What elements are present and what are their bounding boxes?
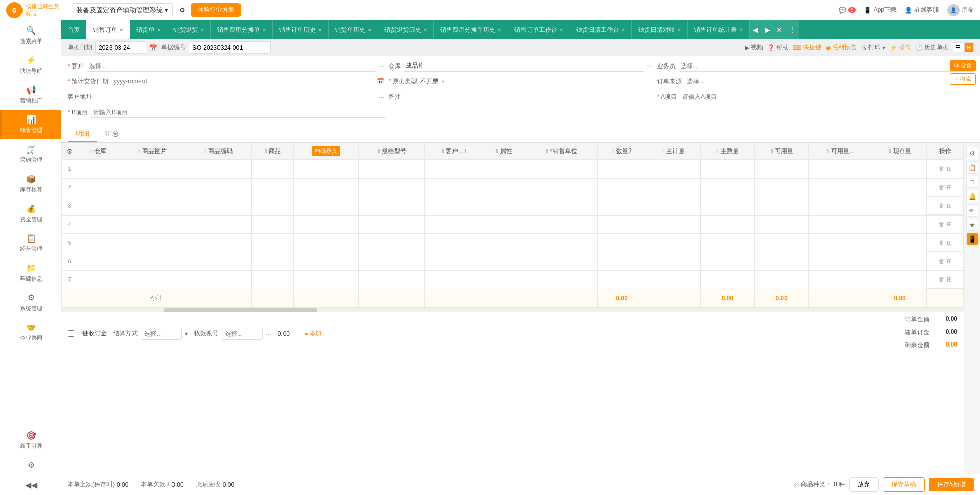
tab-summary[interactable]: 汇总	[97, 126, 127, 142]
th-product-code[interactable]: ⇅商品编码	[185, 143, 251, 160]
sidebar-item-sales[interactable]: 📊 销售管理	[0, 110, 61, 139]
settings-gear[interactable]: ⚙	[177, 4, 187, 16]
row-code-5[interactable]	[185, 233, 251, 252]
online-support-btn[interactable]: 👤 在线客服	[905, 6, 939, 14]
row-unit-5[interactable]	[525, 233, 597, 252]
row-mainqty-6[interactable]	[701, 252, 755, 270]
shortcut-btn[interactable]: ⌨ 快捷键	[793, 43, 821, 52]
tab-close-icon[interactable]: ✕	[739, 27, 743, 33]
print-btn[interactable]: 🖨 打印 ▾	[861, 43, 885, 52]
tab-sales-stats[interactable]: 销售订单统计表 ✕	[688, 20, 750, 39]
settlement-input[interactable]	[141, 328, 182, 340]
row-avail-5[interactable]	[754, 233, 809, 252]
row-avail2-2[interactable]	[809, 178, 873, 197]
tab-home[interactable]: 首页	[61, 20, 86, 39]
form-logistics-btn[interactable]: + 物流	[950, 73, 976, 85]
date-input[interactable]	[95, 41, 146, 54]
tab-close-icon[interactable]: ✕	[367, 27, 372, 33]
form-settings-btn[interactable]: ⚙ 设置	[950, 60, 976, 71]
delivery-input[interactable]	[112, 76, 374, 87]
row-warehouse-3[interactable]	[77, 197, 119, 215]
operation-btn[interactable]: ⚡ 操作	[889, 43, 911, 52]
row-qty2-4[interactable]	[598, 215, 646, 233]
help-btn[interactable]: ❓ 帮助	[767, 43, 789, 52]
remark-input[interactable]	[404, 91, 652, 102]
scan-btn[interactable]: 扫码录入	[312, 146, 340, 156]
rp-btn-3[interactable]: □	[966, 176, 978, 188]
row-attr-7[interactable]	[483, 270, 525, 289]
notification-btn[interactable]: 💬 9	[839, 7, 856, 14]
delete-icon-4[interactable]: 🗑	[939, 221, 945, 228]
row-product-5[interactable]	[251, 233, 293, 252]
rp-btn-5[interactable]: ✏	[966, 204, 978, 217]
tab-detail[interactable]: 明细	[68, 126, 97, 142]
th-sales-unit[interactable]: ⇅*销售单位	[525, 143, 597, 160]
rp-btn-1[interactable]: ⚙	[966, 147, 978, 159]
th-available2[interactable]: ⇅可用量...	[809, 143, 873, 160]
row-image-7[interactable]	[119, 270, 185, 289]
tab-workbench[interactable]: 销售订单工作台 ✕	[508, 20, 570, 39]
th-attributes[interactable]: ⇅属性	[483, 143, 525, 160]
sidebar-item-search[interactable]: 🔍 搜索菜单	[0, 20, 61, 50]
row-warehouse-4[interactable]	[77, 215, 119, 233]
row-code-2[interactable]	[185, 178, 251, 197]
th-settings[interactable]: ⚙	[62, 143, 77, 160]
row-product-4[interactable]	[251, 215, 293, 233]
a-project-input[interactable]	[680, 91, 974, 102]
row-qty2-7[interactable]	[598, 270, 646, 289]
row-spec-4[interactable]	[358, 215, 424, 233]
row-spec-5[interactable]	[358, 233, 424, 252]
tab-close-icon[interactable]: ✕	[423, 27, 427, 33]
scroll-thumb[interactable]	[164, 308, 317, 312]
sidebar-item-purchase[interactable]: 🛒 采购管理	[0, 139, 61, 169]
sidebar-item-system[interactable]: ⚙ 系统管理	[0, 288, 61, 317]
sidebar-item-basic-info[interactable]: 📁 基础信息	[0, 258, 61, 288]
row-spec-1[interactable]	[358, 160, 424, 179]
row-stock-1[interactable]	[873, 160, 927, 179]
row-image-3[interactable]	[119, 197, 185, 215]
save-new-btn[interactable]: 保存&新增	[929, 478, 974, 491]
row-custcode-7[interactable]	[425, 270, 483, 289]
customer-input[interactable]	[87, 60, 376, 72]
sidebar-item-finance[interactable]: 💰 资金管理	[0, 199, 61, 228]
sidebar-item-guide[interactable]: 🎯 新手引导	[0, 425, 61, 455]
copy-icon-1[interactable]: ⊞	[947, 165, 952, 173]
row-mainqty-7[interactable]	[701, 270, 755, 289]
row-warehouse-1[interactable]	[77, 160, 119, 179]
row-avail-4[interactable]	[754, 215, 809, 233]
rp-btn-2[interactable]: 📋	[966, 161, 978, 174]
sidebar-item-marketing[interactable]: 📢 营销推广	[0, 80, 61, 110]
row-avail2-1[interactable]	[809, 160, 873, 179]
list-view-btn[interactable]: ☰	[953, 42, 963, 52]
delete-icon-1[interactable]: 🗑	[939, 165, 945, 173]
b-project-input[interactable]	[91, 106, 386, 118]
solution-btn[interactable]: 体验行业方案	[191, 3, 241, 17]
row-custcode-4[interactable]	[425, 215, 483, 233]
row-code-3[interactable]	[185, 197, 251, 215]
th-product[interactable]: ⇅商品	[251, 143, 293, 160]
copy-icon-4[interactable]: ⊞	[947, 221, 952, 228]
row-attr-6[interactable]	[483, 252, 525, 270]
app-download-btn[interactable]: 📱 App下载	[864, 6, 897, 14]
rp-btn-4[interactable]: 🔔	[966, 190, 978, 202]
row-custcode-5[interactable]	[425, 233, 483, 252]
delete-icon-7[interactable]: 🗑	[939, 276, 945, 283]
row-unit-7[interactable]	[525, 270, 597, 289]
row-image-4[interactable]	[119, 215, 185, 233]
payment-checkbox[interactable]	[68, 330, 74, 337]
row-avail-7[interactable]	[754, 270, 809, 289]
warehouse-input[interactable]	[404, 60, 644, 72]
delete-icon-2[interactable]: 🗑	[939, 184, 945, 191]
tab-order-history[interactable]: 销售订单历史 ✕	[273, 20, 329, 39]
tab-close-icon[interactable]: ✕	[497, 27, 502, 33]
row-code-6[interactable]	[185, 252, 251, 270]
order-source-input[interactable]	[685, 76, 974, 87]
row-mainunit-7[interactable]	[646, 270, 701, 289]
row-attr-4[interactable]	[483, 215, 525, 233]
tab-close-all-btn[interactable]: ✕	[773, 20, 786, 39]
row-unit-6[interactable]	[525, 252, 597, 270]
sidebar-item-quicknav[interactable]: ⚡ 快捷导航	[0, 50, 61, 80]
row-avail2-4[interactable]	[809, 215, 873, 233]
row-qty2-1[interactable]	[598, 160, 646, 179]
warehouse-more-btn[interactable]: ···	[647, 62, 653, 70]
